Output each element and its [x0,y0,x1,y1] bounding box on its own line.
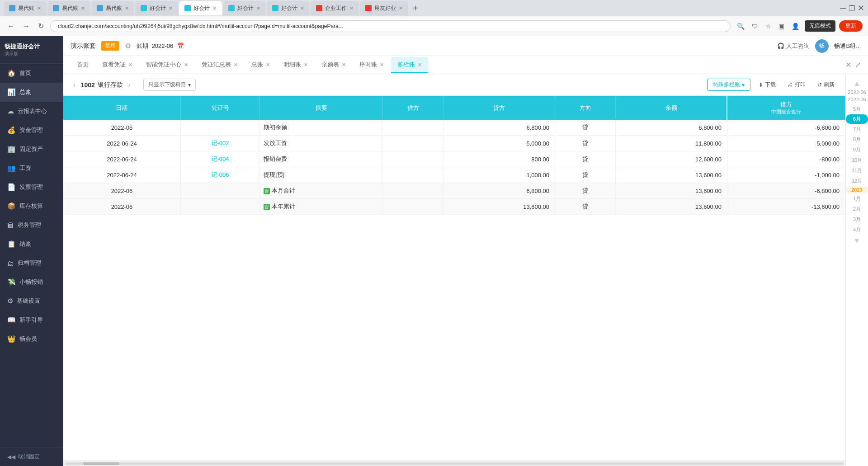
sidebar-item-新手引导[interactable]: 📖新手引导 [0,311,63,329]
page-tab-close-icon[interactable]: ✕ [266,62,270,67]
expand-icon[interactable]: ⤢ [855,61,861,69]
page-tab-close-icon[interactable]: ✕ [234,62,238,67]
user-profile-icon[interactable]: 👤 [790,21,801,32]
timeline-month-9月[interactable]: 9月 [846,145,868,155]
timeline-scroll-up[interactable]: ▲ [852,78,863,89]
timeline-month-2月[interactable]: 2月 [846,204,868,214]
tab-close-icon[interactable]: ✕ [349,5,354,11]
close-icon[interactable]: ✕ [858,3,864,13]
pin-toggle[interactable]: ◀◀ 取消固定 [0,447,63,466]
tab-close-icon[interactable]: ✕ [125,5,129,11]
browser-tab[interactable]: 易代账✕ [4,1,47,15]
sidebar-item-畅会员[interactable]: 👑畅会员 [0,329,63,348]
restore-icon[interactable]: ❐ [849,4,855,13]
sidebar-item-首页[interactable]: 🏠首页 [0,64,63,83]
print-button[interactable]: 🖨 打印 [784,79,809,90]
sidebar-icon[interactable]: ▣ [777,21,786,32]
star-icon[interactable]: ☆ [764,21,773,32]
timeline-scroll-down[interactable]: ▼ [852,235,863,247]
page-tab-明细账[interactable]: 明细账✕ [277,57,314,73]
next-account-button[interactable]: › [126,80,133,89]
forward-button[interactable]: → [21,20,32,32]
account-selector[interactable]: 1002 银行存款 [81,81,123,89]
demo-badge[interactable]: 禁用 [101,41,119,51]
close-panel-icon[interactable]: ✕ [845,61,851,69]
refresh-button[interactable]: ↺ 刷新 [814,79,838,90]
sidebar-item-基础设置[interactable]: ⚙基础设置 [0,292,63,311]
timeline-month-7月[interactable]: 7月 [846,124,868,134]
settings-icon[interactable]: ⚙ [125,42,131,50]
download-button[interactable]: ⬇ 下载 [755,79,779,90]
timeline-month-4月[interactable]: 4月 [846,225,868,235]
back-button[interactable]: ← [5,20,16,32]
calendar-icon[interactable]: 📅 [177,42,184,49]
page-tab-智能凭证中心[interactable]: 智能凭证中心✕ [140,57,194,73]
page-tab-余额表[interactable]: 余额表✕ [315,57,352,73]
sidebar-item-总账[interactable]: 📊总账 [0,83,63,102]
browser-tab[interactable]: 用友好业✕ [360,1,408,15]
page-tab-多栏账[interactable]: 多栏账✕ [391,57,428,73]
table-cell[interactable]: 记-006 [180,167,259,183]
browser-tab[interactable]: 易代账✕ [47,1,90,15]
page-tab-凭证汇总表[interactable]: 凭证汇总表✕ [195,57,244,73]
shield-icon[interactable]: 🛡 [750,21,760,32]
timeline-month-5月[interactable]: 5月 [846,104,868,114]
sidebar-item-小畅报销[interactable]: 💸小畅报销 [0,273,63,292]
timeline-month-2023[interactable]: 2023 [846,186,868,193]
browser-tab[interactable]: 企业工作✕ [311,1,359,15]
page-tab-序时账[interactable]: 序时账✕ [353,57,390,73]
tab-close-icon[interactable]: ✕ [169,5,173,11]
timeline-month-3月[interactable]: 3月 [846,214,868,225]
minimize-icon[interactable]: ─ [840,4,846,13]
sidebar-item-资金管理[interactable]: 💰资金管理 [0,121,63,140]
incognito-mode-button[interactable]: 无痕模式 [805,20,835,32]
filter-dropdown[interactable]: 只显示下级科目 ▾ [143,79,196,91]
timeline-month-8月[interactable]: 8月 [846,134,868,145]
timeline-month-11月[interactable]: 11月 [846,165,868,176]
tab-close-icon[interactable]: ✕ [81,5,85,11]
browser-tab[interactable]: 易代账✕ [91,1,134,15]
horizontal-scrollbar[interactable] [63,461,845,466]
customer-service-button[interactable]: 🎧 人工咨询 [777,42,810,50]
sidebar-item-归档管理[interactable]: 🗂归档管理 [0,254,63,273]
browser-tab[interactable]: 好会计✕ [179,1,222,15]
sidebar-item-结账[interactable]: 📋结账 [0,235,63,254]
table-cell[interactable]: 记-004 [180,151,259,167]
page-tab-总账[interactable]: 总账✕ [245,57,276,73]
timeline-month-10月[interactable]: 10月 [846,155,868,165]
browser-tab[interactable]: 好会计✕ [135,1,178,15]
prev-account-button[interactable]: ‹ [71,80,78,89]
browser-tab[interactable]: 好会计✕ [223,1,266,15]
tab-close-icon[interactable]: ✕ [212,5,217,11]
page-tab-close-icon[interactable]: ✕ [342,62,346,67]
scrollbar-thumb[interactable] [83,462,119,465]
sidebar-item-发票管理[interactable]: 📄发票管理 [0,178,63,197]
timeline-month-12月[interactable]: 12月 [846,176,868,186]
page-tab-close-icon[interactable]: ✕ [380,62,384,67]
sidebar-item-税务管理[interactable]: 🏛税务管理 [0,216,63,235]
table-cell[interactable]: 记-002 [180,136,259,151]
page-tab-close-icon[interactable]: ✕ [304,62,308,67]
page-tab-close-icon[interactable]: ✕ [128,62,132,67]
url-input[interactable]: cloud2.chanjet.com/accounting/uh26t264j5… [50,20,731,32]
tab-close-icon[interactable]: ✕ [300,5,304,11]
update-button[interactable]: 更新 [839,20,863,32]
new-tab-button[interactable]: + [409,3,422,14]
search-icon[interactable]: 🔍 [735,21,746,32]
page-tab-首页[interactable]: 首页 [71,57,95,73]
page-tab-查看凭证[interactable]: 查看凭证✕ [96,57,139,73]
tab-close-icon[interactable]: ✕ [256,5,260,11]
refresh-button[interactable]: ↻ [36,20,46,32]
timeline-month-1月[interactable]: 1月 [846,193,868,204]
multi-col-button[interactable]: 特殊多栏账 ▾ [707,79,750,91]
sidebar-item-固定资产[interactable]: 🏢固定资产 [0,140,63,159]
sidebar-item-工资[interactable]: 👥工资 [0,159,63,178]
page-tab-close-icon[interactable]: ✕ [184,62,188,67]
tab-close-icon[interactable]: ✕ [399,5,403,11]
page-tab-close-icon[interactable]: ✕ [418,62,422,67]
sidebar-item-云报表中心[interactable]: ☁云报表中心 [0,102,63,121]
timeline-month-6月[interactable]: 6月 [846,114,868,124]
browser-tab[interactable]: 好会计✕ [267,1,310,15]
sidebar-item-库存核算[interactable]: 📦库存核算 [0,197,63,216]
tab-close-icon[interactable]: ✕ [37,5,41,11]
